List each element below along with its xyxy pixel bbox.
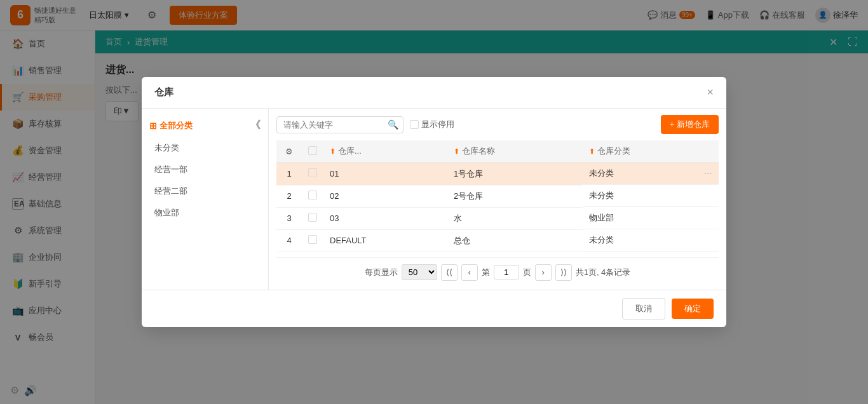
col-code[interactable]: ⬆仓库...	[323, 140, 447, 163]
row-name: 2号仓库	[447, 185, 583, 207]
modal-overlay: 仓库 × ⊞ 全部分类 《 未分类 经营一部 经营二部	[0, 0, 868, 404]
sort-name-icon: ⬆	[454, 147, 459, 155]
category-item-ops2[interactable]: 经营二部	[142, 180, 268, 202]
category-label-ops1: 经营一部	[154, 165, 187, 174]
row-category: 未分类	[583, 185, 719, 207]
category-item-unclassified[interactable]: 未分类	[142, 137, 268, 159]
row-code: 02	[323, 185, 447, 207]
modal-close-button[interactable]: ×	[707, 86, 714, 99]
row-num: 3	[276, 207, 302, 229]
show-disabled-label[interactable]: 显示停用	[410, 119, 454, 130]
category-label-unclassified: 未分类	[154, 143, 179, 152]
row-actions-icon[interactable]: ···	[704, 168, 712, 179]
col-category[interactable]: ⬆仓库分类	[583, 140, 719, 163]
search-icon[interactable]: 🔍	[388, 119, 398, 130]
pagination-bar: 每页显示 50 20 100 ⟨⟨ ‹ 第 页 › ⟩⟩ 共1页, 4条记录	[276, 257, 719, 283]
col-settings[interactable]: ⚙	[276, 140, 302, 163]
total-info: 共1页, 4条记录	[576, 267, 631, 278]
confirm-button[interactable]: 确定	[672, 299, 714, 319]
sort-cat-icon: ⬆	[589, 147, 595, 155]
per-page-select[interactable]: 50 20 100	[402, 264, 437, 280]
category-panel: ⊞ 全部分类 《 未分类 经营一部 经营二部 物业部	[142, 109, 269, 290]
all-category-label: 全部分类	[159, 120, 250, 131]
row-code: 01	[323, 163, 447, 185]
row-code: DEFAULT	[323, 229, 447, 252]
show-disabled-text: 显示停用	[421, 119, 454, 130]
row-category: 物业部	[583, 207, 719, 229]
row-checkbox-cell[interactable]	[302, 185, 323, 207]
search-input[interactable]	[276, 116, 403, 133]
modal-header: 仓库 ×	[142, 77, 726, 109]
cancel-button[interactable]: 取消	[622, 298, 665, 320]
row-category: 未分类	[583, 229, 719, 252]
sort-code-icon: ⬆	[330, 147, 336, 155]
new-warehouse-button[interactable]: + 新增仓库	[661, 115, 719, 134]
row-num: 1	[276, 163, 302, 185]
page-first-button[interactable]: ⟨⟨	[441, 264, 458, 281]
show-disabled-checkbox[interactable]	[410, 120, 419, 129]
row-checkbox[interactable]	[308, 191, 317, 199]
warehouse-table: ⚙ ⬆仓库... ⬆仓库名称 ⬆仓库分类 1 01 1号仓库 未分类·	[276, 140, 719, 252]
col-checkbox[interactable]	[302, 140, 323, 163]
grid-icon: ⊞	[149, 121, 157, 131]
page-prev-button[interactable]: ‹	[461, 264, 478, 281]
category-item-ops1[interactable]: 经营一部	[142, 159, 268, 180]
page-last-button[interactable]: ⟩⟩	[555, 264, 572, 281]
row-name: 总仓	[447, 229, 583, 252]
row-category: 未分类···	[583, 163, 719, 185]
all-category-header[interactable]: ⊞ 全部分类 《	[142, 114, 268, 137]
table-toolbar: 🔍 显示停用 + 新增仓库	[276, 115, 719, 134]
per-page-label: 每页显示	[365, 267, 398, 278]
modal-footer: 取消 确定	[142, 290, 726, 327]
modal-body: ⊞ 全部分类 《 未分类 经营一部 经营二部 物业部	[142, 109, 726, 290]
header-checkbox[interactable]	[308, 146, 317, 155]
search-input-wrap: 🔍	[276, 116, 403, 133]
row-name: 水	[447, 207, 583, 229]
category-item-property[interactable]: 物业部	[142, 202, 268, 224]
row-checkbox[interactable]	[308, 213, 317, 222]
row-checkbox-cell[interactable]	[302, 207, 323, 229]
row-name: 1号仓库	[447, 163, 583, 185]
page-next-button[interactable]: ›	[535, 264, 552, 281]
table-row[interactable]: 2 02 2号仓库 未分类	[276, 185, 719, 207]
table-panel: 🔍 显示停用 + 新增仓库 ⚙	[269, 109, 726, 290]
page-suffix: 页	[523, 267, 531, 278]
table-row[interactable]: 1 01 1号仓库 未分类···	[276, 163, 719, 185]
col-name-label: 仓库名称	[462, 146, 495, 156]
category-label-property: 物业部	[154, 208, 179, 217]
page-prefix: 第	[482, 267, 490, 278]
row-code: 03	[323, 207, 447, 229]
row-num: 4	[276, 229, 302, 252]
warehouse-modal: 仓库 × ⊞ 全部分类 《 未分类 经营一部 经营二部	[142, 77, 726, 327]
table-header-row: ⚙ ⬆仓库... ⬆仓库名称 ⬆仓库分类	[276, 140, 719, 163]
col-code-label: 仓库...	[338, 146, 362, 156]
row-checkbox[interactable]	[308, 168, 317, 177]
row-checkbox[interactable]	[308, 235, 317, 244]
category-label-ops2: 经营二部	[154, 186, 187, 196]
row-num: 2	[276, 185, 302, 207]
table-wrapper: ⚙ ⬆仓库... ⬆仓库名称 ⬆仓库分类 1 01 1号仓库 未分类·	[276, 140, 719, 252]
table-row[interactable]: 4 DEFAULT 总仓 未分类	[276, 229, 719, 252]
collapse-icon[interactable]: 《	[250, 119, 261, 132]
row-checkbox-cell[interactable]	[302, 163, 323, 185]
col-category-label: 仓库分类	[597, 146, 630, 156]
table-row[interactable]: 3 03 水 物业部	[276, 207, 719, 229]
row-checkbox-cell[interactable]	[302, 229, 323, 252]
col-name[interactable]: ⬆仓库名称	[447, 140, 583, 163]
page-number-input[interactable]	[494, 265, 519, 279]
modal-title: 仓库	[154, 86, 173, 98]
